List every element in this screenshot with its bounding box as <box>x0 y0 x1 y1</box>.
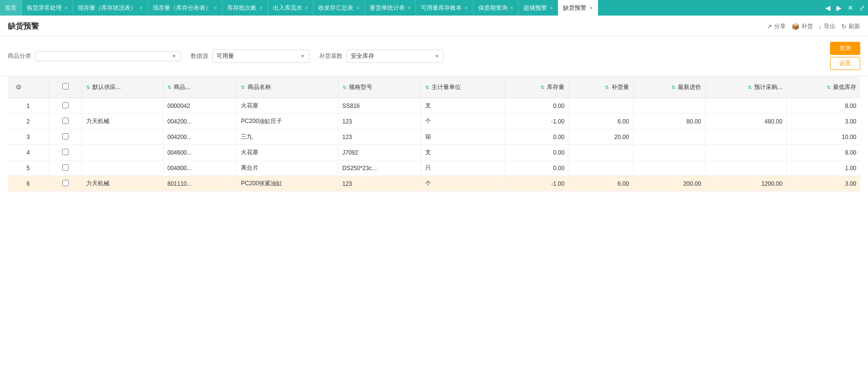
row-checkbox[interactable] <box>62 102 69 108</box>
export-label: 导出 <box>824 22 835 31</box>
refresh-button[interactable]: ↻ 刷新 <box>841 22 860 31</box>
th-replenish[interactable]: ⇅ 补货量 <box>569 76 633 98</box>
row-spec: SS816 <box>338 98 421 114</box>
th-spec[interactable]: ⇅ 规格型号 <box>338 76 421 98</box>
datasource-label: 数据源 <box>191 52 208 60</box>
tab-stock-status[interactable]: 现存量（库存状况表） × <box>73 0 147 16</box>
row-checkbox[interactable] <box>62 149 69 155</box>
row-checkbox-cell[interactable] <box>49 129 82 145</box>
row-unit: 只 <box>421 160 504 176</box>
row-checkbox-cell[interactable] <box>49 145 82 160</box>
tab-next-btn[interactable]: ▶ <box>833 0 845 16</box>
row-replenish: 20.00 <box>569 129 633 145</box>
replenish-label: 补货 <box>801 22 813 31</box>
settings-gear-icon[interactable]: ⚙ <box>12 80 25 94</box>
select-all-checkbox[interactable] <box>62 83 69 89</box>
tab-collect[interactable]: 收发存汇总表 × <box>313 0 364 16</box>
tab-expiry-close[interactable]: × <box>510 5 513 11</box>
row-checkbox-cell[interactable] <box>49 114 82 129</box>
row-checkbox-cell[interactable] <box>49 176 82 192</box>
replenish-icon: 📦 <box>792 23 799 30</box>
th-code[interactable]: ⇅ 商品... <box>163 76 236 98</box>
tab-stock-dist-close[interactable]: × <box>214 5 217 11</box>
th-replenish-label: 补货量 <box>612 84 629 90</box>
tab-stock-dist[interactable]: 现存量（库存分布表） × <box>148 0 222 16</box>
th-min-stock-label: 最低库存 <box>833 84 856 90</box>
row-unit: 个 <box>421 176 504 192</box>
row-latest-price: 200.00 <box>633 176 705 192</box>
sort-unit-icon: ⇅ <box>425 85 429 90</box>
replenish-base-select[interactable]: 安全库存 ▼ <box>346 50 444 63</box>
row-checkbox-cell[interactable] <box>49 160 82 176</box>
table-row: 3 004200... 三九 123 箱 0.00 20.00 10.00 <box>8 129 860 145</box>
tab-overstock[interactable]: 超储预警 × <box>519 0 558 16</box>
row-estimated: 480.00 <box>705 114 786 129</box>
row-supplier <box>82 160 163 176</box>
th-supplier-label: 默认供应... <box>92 84 121 90</box>
row-unit: 支 <box>421 145 504 160</box>
th-supplier[interactable]: ⇅ 默认供应... <box>82 76 163 98</box>
tab-demand-close[interactable]: × <box>408 5 411 11</box>
row-code: 801110... <box>163 176 236 192</box>
tab-abnormal-close[interactable]: × <box>65 5 68 11</box>
row-estimated <box>705 129 786 145</box>
tab-abnormal[interactable]: 炼货异常处理 × <box>22 0 73 16</box>
tab-demand[interactable]: 要货单统计表 × <box>365 0 416 16</box>
tab-expand-btn[interactable]: ⤢ <box>856 0 868 16</box>
row-checkbox[interactable] <box>62 164 69 171</box>
tab-batch[interactable]: 库存批次账 × <box>222 0 268 16</box>
tab-stock-status-close[interactable]: × <box>139 5 142 11</box>
share-button[interactable]: ↗ 分享 <box>767 22 786 31</box>
tab-inout[interactable]: 出入库流水 × <box>268 0 313 16</box>
tab-overstock-close[interactable]: × <box>550 5 553 11</box>
category-select[interactable]: ▼ <box>35 51 181 61</box>
row-checkbox[interactable] <box>62 180 69 186</box>
query-button[interactable]: 查询 <box>830 42 860 55</box>
tab-shortage-label: 缺货预警 <box>563 4 586 12</box>
th-unit[interactable]: ⇅ 主计量单位 <box>421 76 504 98</box>
tab-prev-btn[interactable]: ◀ <box>822 0 833 16</box>
main-content: 缺货预警 ↗ 分享 📦 补货 ↓ 导出 ↻ 刷新 商品分类 <box>0 16 868 387</box>
tab-available-close[interactable]: × <box>465 5 468 11</box>
tab-expiry[interactable]: 保质期查询 × <box>473 0 519 16</box>
settings-button[interactable]: 设置 <box>830 57 860 70</box>
tab-home[interactable]: 首页 <box>0 0 22 16</box>
table-body: 1 0000042 火花塞 SS816 支 0.00 8.00 2 力天机械 0… <box>8 98 860 192</box>
tab-close-all-btn[interactable]: ✕ <box>845 0 856 16</box>
row-checkbox-cell[interactable] <box>49 98 82 114</box>
tab-inout-close[interactable]: × <box>305 5 308 11</box>
tab-collect-close[interactable]: × <box>356 5 359 11</box>
th-stock[interactable]: ⇅ 库存量 <box>504 76 568 98</box>
tab-shortage-close[interactable]: × <box>589 5 592 11</box>
table-row: 1 0000042 火花塞 SS816 支 0.00 8.00 <box>8 98 860 114</box>
row-supplier <box>82 145 163 160</box>
th-checkbox[interactable] <box>49 76 82 98</box>
sort-stock-icon: ⇅ <box>541 85 544 90</box>
row-checkbox[interactable] <box>62 118 69 124</box>
row-num: 6 <box>8 176 49 192</box>
row-code: 004600... <box>163 145 236 160</box>
row-name: 火花塞 <box>237 98 338 114</box>
row-code: 004200... <box>163 114 236 129</box>
tab-shortage[interactable]: 缺货预警 × <box>558 0 597 16</box>
tab-stock-status-label: 现存量（库存状况表） <box>78 4 136 12</box>
th-name[interactable]: ⇅ 商品名称 <box>237 76 338 98</box>
share-icon: ↗ <box>767 23 772 30</box>
export-button[interactable]: ↓ 导出 <box>819 22 836 31</box>
tab-available[interactable]: 可用量库存账本 × <box>416 0 473 16</box>
category-chevron-icon: ▼ <box>172 53 177 59</box>
replenish-button[interactable]: 📦 补货 <box>792 22 813 31</box>
sort-estimated-icon: ⇅ <box>748 85 752 90</box>
table-container: ⚙ ⇅ 默认供应... ⇅ 商品... ⇅ 商品名称 <box>0 76 868 192</box>
th-settings[interactable]: ⚙ <box>8 76 49 98</box>
tab-batch-close[interactable]: × <box>259 5 262 11</box>
th-latest-price[interactable]: ⇅ 最新进价 <box>633 76 705 98</box>
row-num: 4 <box>8 145 49 160</box>
table-row: 5 004800... 离合片 DS250*23c... 只 0.00 1.00 <box>8 160 860 176</box>
row-unit: 个 <box>421 114 504 129</box>
th-estimated[interactable]: ⇅ 预计采购... <box>705 76 786 98</box>
row-checkbox[interactable] <box>62 133 69 140</box>
datasource-select[interactable]: 可用量 ▼ <box>212 50 309 63</box>
th-min-stock[interactable]: ⇅ 最低库存 <box>787 76 860 98</box>
table-row: 4 004600... 火花塞 J7092 支 0.00 8.00 <box>8 145 860 160</box>
